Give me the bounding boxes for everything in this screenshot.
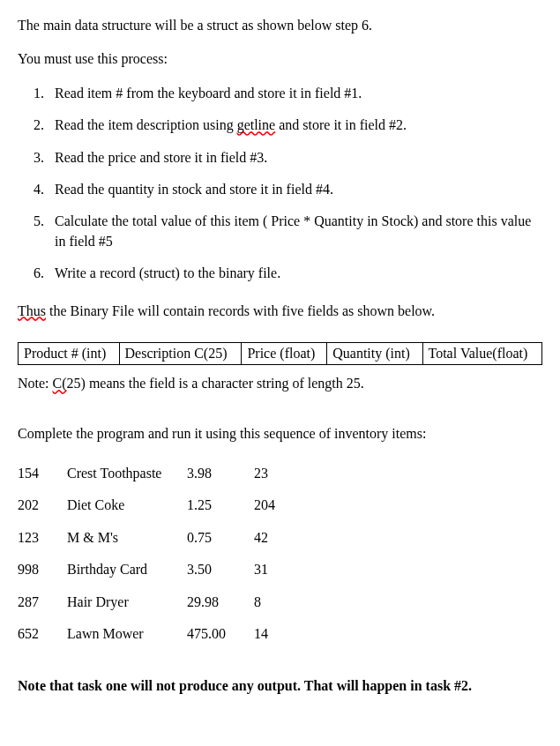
inventory-cell-desc: Crest Toothpaste	[67, 458, 187, 489]
note-c25-post: 25) means the field is a character strin…	[67, 376, 364, 391]
inventory-table: 154Crest Toothpaste3.9823202Diet Coke1.2…	[18, 458, 303, 650]
inventory-cell-id: 154	[18, 458, 67, 489]
inventory-cell-price: 0.75	[187, 522, 254, 554]
inventory-cell-id: 202	[18, 489, 67, 521]
inventory-row: 998Birthday Card3.5031	[18, 554, 303, 586]
inventory-row: 123M & M's0.7542	[18, 522, 303, 554]
step-6-text: Write a record (struct) to the binary fi…	[55, 265, 280, 280]
inventory-cell-id: 652	[18, 618, 67, 650]
inventory-cell-qty: 204	[254, 489, 303, 521]
inventory-cell-price: 29.98	[187, 586, 254, 618]
field-description: Description C(25)	[119, 342, 242, 364]
step-2-post: and store it in field #2.	[275, 117, 407, 132]
inventory-row: 287Hair Dryer29.988	[18, 586, 303, 618]
inventory-cell-qty: 23	[254, 458, 303, 489]
inventory-cell-qty: 8	[254, 586, 303, 618]
inventory-cell-desc: Diet Coke	[67, 489, 187, 521]
field-price: Price (float)	[242, 342, 327, 364]
step-3-text: Read the price and store it in field #3.	[55, 150, 267, 165]
step-4: Read the quantity in stock and store it …	[48, 180, 542, 199]
inventory-cell-id: 287	[18, 586, 67, 618]
field-total-value: Total Value(float)	[422, 342, 541, 364]
inventory-cell-desc: M & M's	[67, 522, 187, 554]
step-3: Read the price and store it in field #3.	[48, 148, 542, 168]
step-1-text: Read item # from the keyboard and store …	[55, 86, 362, 101]
binary-file-err: Thus	[18, 303, 46, 318]
step-6: Write a record (struct) to the binary fi…	[48, 264, 542, 283]
step-2-pre: Read the item description using	[55, 117, 237, 132]
intro-paragraph-2: You must use this process:	[18, 49, 542, 69]
note-c25-pre: Note:	[18, 376, 53, 391]
inventory-row: 154Crest Toothpaste3.9823	[18, 458, 303, 489]
inventory-row: 202Diet Coke1.25204	[18, 489, 303, 521]
step-2: Read the item description using getline …	[48, 116, 542, 135]
inventory-cell-price: 1.25	[187, 489, 254, 521]
step-5: Calculate the total value of this item (…	[48, 212, 542, 251]
inventory-cell-qty: 42	[254, 522, 303, 554]
note-c25-err: C(	[53, 376, 67, 391]
step-1: Read item # from the keyboard and store …	[48, 84, 542, 103]
inventory-cell-price: 475.00	[187, 618, 254, 650]
step-4-text: Read the quantity in stock and store it …	[55, 182, 333, 197]
inventory-row: 652Lawn Mower475.0014	[18, 618, 303, 650]
field-product: Product # (int)	[19, 342, 120, 364]
binary-file-paragraph: Thus the Binary File will contain record…	[18, 302, 542, 321]
binary-file-post: the Binary File will contain records wit…	[46, 303, 435, 318]
record-fields-row: Product # (int) Description C(25) Price …	[19, 342, 542, 364]
inventory-cell-price: 3.98	[187, 458, 254, 489]
record-fields-table: Product # (int) Description C(25) Price …	[18, 342, 542, 365]
inventory-cell-id: 123	[18, 522, 67, 554]
inventory-cell-desc: Lawn Mower	[67, 618, 187, 650]
inventory-cell-desc: Hair Dryer	[67, 586, 187, 618]
footnote: Note that task one will not produce any …	[18, 676, 542, 696]
field-quantity: Quantity (int)	[327, 342, 422, 364]
note-c25: Note: C(25) means the field is a charact…	[18, 374, 542, 393]
complete-paragraph: Complete the program and run it using th…	[18, 424, 542, 444]
inventory-cell-id: 998	[18, 554, 67, 586]
intro-paragraph-1: The main data structure will be a struct…	[18, 16, 542, 35]
step-5-text: Calculate the total value of this item (…	[55, 213, 531, 248]
inventory-cell-desc: Birthday Card	[67, 554, 187, 586]
steps-list: Read item # from the keyboard and store …	[18, 84, 542, 284]
inventory-cell-price: 3.50	[187, 554, 254, 586]
step-2-err: getline	[237, 117, 276, 132]
inventory-cell-qty: 14	[254, 618, 303, 650]
inventory-cell-qty: 31	[254, 554, 303, 586]
